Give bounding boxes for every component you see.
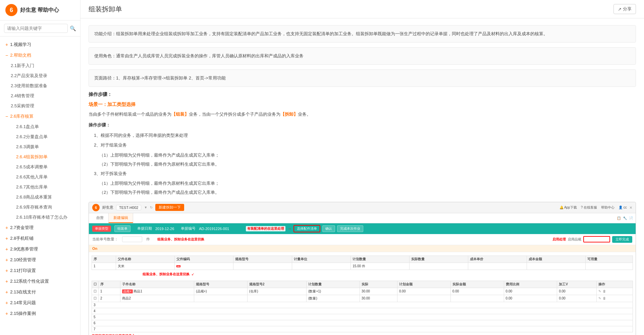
lt-del-icon-1[interactable]: 🗑 [603, 289, 606, 293]
lt-ratio-2: 0.00 [504, 295, 557, 302]
sidebar-item-2[interactable]: − 2.帮助文档 [0, 50, 80, 61]
lt-edit-icon-1[interactable]: ✎ [598, 289, 601, 293]
ss-confirm-btn[interactable]: 立即完成 [612, 236, 632, 243]
ss-lower-thead: ☐ 序 子件名称 规格型号 规格型号2 计划数量 实际 计划金额 实际金额 费用… [92, 281, 633, 288]
sidebar-item-2-7[interactable]: + 2.7资金管理 [0, 222, 80, 233]
sidebar-item-2-6-3[interactable]: 2.6.3调拨单 [0, 142, 80, 152]
sidebar-item-2-2[interactable]: 2.2产品安装及登录 [0, 71, 80, 81]
share-button[interactable]: ↗ 分享 [613, 4, 636, 14]
plus-icon: + [5, 42, 8, 47]
table-row: 1 关米 15.00 件 [92, 263, 633, 270]
sidebar-item-2-8[interactable]: + 2.8手机旺铺 [0, 233, 80, 244]
ss-new-btn[interactable]: 新建拆卸一下 [155, 204, 184, 211]
ss-company-select[interactable]: TEST-H002 [116, 205, 141, 210]
sidebar-item-2-12-label: 2.12系统个性化设置 [10, 278, 49, 284]
ss-nav-right: 🔔 App下载 ? 在线客服 帮助中心 👤 cc [559, 205, 627, 210]
ss-tab-1[interactable]: 自营 [92, 213, 109, 223]
arrow-right-icon: → [287, 226, 291, 231]
sidebar-item-2-6-8[interactable]: 2.6.8商品成本重算 [0, 192, 80, 202]
sidebar-item-2-3[interactable]: 2.3使用前数据准备 [0, 81, 80, 91]
ss-td-7 [410, 263, 468, 270]
sidebar-item-2-label: 2.帮助文档 [10, 52, 31, 58]
path-text: 页面路径：1、库存核算->库存管理->组装拆卸单 2、首页->常用功能 [94, 74, 630, 82]
ss-qty-input[interactable] [122, 236, 142, 242]
ss-qty-label: 当前单号数量： [92, 237, 118, 242]
annotation3-label: 启用处理 [552, 237, 566, 242]
sidebar-item-2-15[interactable]: + 2.15操作案例 [0, 308, 80, 319]
sidebar-item-1[interactable]: + 1.视频学习 [0, 39, 80, 50]
search-input[interactable] [4, 24, 68, 33]
lt-actual-2: 30.00 [360, 295, 397, 302]
lt-planqty-1: (数量+1) [307, 288, 360, 295]
ss-sub-form: 当前单号数量： 件 组装业务、拆卸业务在这里切换 启用处理 启用品规 立即完成 [89, 234, 636, 245]
lt-empty-3: 3 [92, 302, 633, 308]
lt-spec2-2 [247, 295, 306, 302]
lt-col-process: 加工V [557, 281, 596, 288]
sidebar-item-2-14[interactable]: + 2.14常见问题 [0, 297, 80, 308]
sidebar-item-2-6-10[interactable]: 2.6.10库存账本错了怎么办 [0, 212, 80, 222]
sidebar-item-2-6-7[interactable]: 2.6.7其他出库单 [0, 182, 80, 192]
main-area: 组装拆卸单 ↗ 分享 功能介绍：组装拆卸单用来处理企业组装或拆卸等加工业务，支持… [80, 0, 644, 335]
ss-extra-btn[interactable]: 确认 [322, 225, 335, 232]
sidebar-item-2-6-9[interactable]: 2.6.9库存账本查询 [0, 202, 80, 212]
plus-icon-2-15: + [5, 311, 8, 316]
ss-spec-input[interactable] [583, 236, 610, 242]
sidebar-item-2-4[interactable]: 2.4销售管理 [0, 91, 80, 101]
sidebar-item-2-6-1[interactable]: 2.6.1盘点单 [0, 122, 80, 132]
sidebar-item-2-9-label: 2.9优惠券管理 [10, 246, 38, 252]
ss-tabs: 自营 新建编辑 [92, 213, 133, 223]
lt-sel-2: ☐ [92, 295, 99, 302]
sidebar-item-2-9[interactable]: + 2.9优惠券管理 [0, 244, 80, 255]
ss-icon-3: 📄 [629, 216, 633, 220]
step3-2: （2）下部明细为子件明细，最终作为产成品生成其它入库单。 [99, 188, 636, 196]
sidebar-item-2-1[interactable]: 2.1新手入门 [0, 61, 80, 71]
search-button[interactable]: 🔍 [70, 25, 76, 32]
sidebar-item-2-6-2[interactable]: 2.6.2分量盘点单 [0, 132, 80, 142]
ss-side-icons: 📋 🔧 📄 [617, 215, 633, 221]
ss-td-8 [468, 263, 527, 270]
role-text: 使用角色：通常由生产人员或库管人员完成拆装业务的操作，库管人员确认原材料的出库和… [94, 52, 630, 60]
lt-del-icon-2[interactable]: 🗑 [603, 296, 606, 300]
ss-upper-table-area: 序 父件名称 父件编码 规格型号 计量单位 计划数量 实际数量 成本单价 成本金… [89, 252, 636, 271]
ss-on-label: On [92, 246, 97, 250]
ss-col-avail: 可用量 [586, 256, 633, 263]
sidebar-item-2-13[interactable]: + 2.13在线支付 [0, 287, 80, 297]
ss-nav-app: 🔔 App下载 [559, 205, 577, 210]
sidebar-item-2-6-label: 2.6库存核算 [10, 113, 34, 119]
sidebar-item-2-12[interactable]: + 2.12系统个性化设置 [0, 276, 80, 287]
ss-cancel-btn[interactable]: 组装单 [114, 225, 130, 232]
ss-nav-service: 帮助中心 [601, 205, 614, 210]
role-block: 使用角色：通常由生产人员或库管人员完成拆装业务的操作，库管人员确认原材料的出库和… [89, 47, 636, 65]
lt-edit-icon-2[interactable]: ✎ [598, 296, 601, 300]
ss-td-2: 关米 [116, 263, 175, 270]
ss-col-parent-code: 父件编码 [175, 256, 233, 263]
ss-upper-table-head: 序 父件名称 父件编码 规格型号 计量单位 计划数量 实际数量 成本单价 成本金… [92, 256, 633, 263]
sidebar-item-2-6-5[interactable]: 2.6.5成本调整单 [0, 162, 80, 172]
ss-col-plan-qty: 计划数量 [351, 256, 410, 263]
sidebar-item-2-11-label: 2.11打印设置 [10, 268, 36, 274]
ss-td-3 [175, 263, 233, 270]
lt-proc-1: 0.00 [557, 288, 596, 295]
ss-col-unit: 计量单位 [292, 256, 351, 263]
ss-close-icon[interactable]: × [630, 205, 632, 210]
ss-extra-btn2[interactable]: 完成本次作业 [337, 225, 363, 232]
main-content: 功能介绍：组装拆卸单用来处理企业组装或拆卸等加工业务，支持有固定装配清单的产品加… [80, 18, 644, 335]
step3: 3、对于拆装业务 [94, 170, 636, 177]
sidebar-item-2-11[interactable]: + 2.11打印设置 [0, 265, 80, 276]
sidebar-item-2-5[interactable]: 2.5采购管理 [0, 101, 80, 111]
share-icon: ↗ [618, 7, 622, 12]
ss-config-btn[interactable]: 选择配件清单 [293, 225, 320, 232]
ss-lower-table: ☐ 序 子件名称 规格型号 规格型号2 计划数量 实际 计划金额 实际金额 费用… [92, 281, 633, 332]
lt-spec2-1: (仓库) [247, 288, 306, 295]
ss-docnum-label: 单据编号 [181, 226, 196, 231]
ss-app-name: 好生意 [102, 205, 113, 210]
sidebar-item-2-10-label: 2.10经营管理 [10, 257, 36, 263]
sidebar-item-2-6[interactable]: − 2.6库存核算 [0, 111, 80, 122]
table-row: 7 [92, 326, 633, 332]
sidebar-item-2-6-4[interactable]: 2.6.4组装拆卸单 [0, 152, 80, 162]
sidebar-item-1-label: 1.视频学习 [10, 42, 31, 48]
sidebar-item-2-10[interactable]: + 2.10经营管理 [0, 255, 80, 265]
ss-submit-btn[interactable]: 单据类型 [92, 226, 111, 232]
sidebar-item-2-6-6[interactable]: 2.6.6其他入库单 [0, 172, 80, 182]
ss-tab-2[interactable]: 新建编辑 [109, 213, 133, 223]
